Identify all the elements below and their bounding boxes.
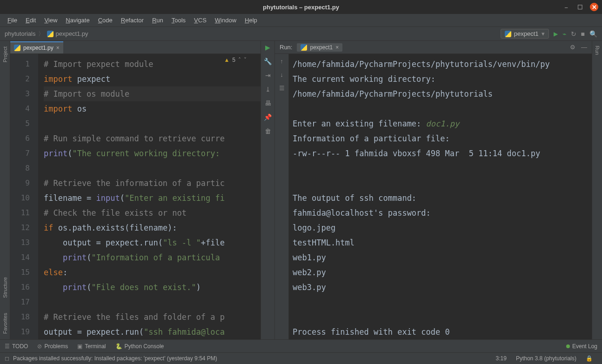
terminal-label: Terminal	[85, 343, 106, 350]
editor: pexpect1.py × 12345678910111213141516171…	[10, 41, 261, 339]
debug-button[interactable]: ⌁	[562, 30, 566, 38]
down-stack-icon[interactable]: ↓	[280, 71, 283, 78]
tool-window-todo[interactable]: ☰ TODO	[5, 343, 28, 350]
menu-help[interactable]: Help	[241, 15, 261, 26]
close-button[interactable]: ✕	[590, 3, 598, 11]
run-configuration-selector[interactable]: pexpect1 ▾	[501, 29, 549, 39]
run-tab-label: pexpect1	[310, 44, 333, 51]
tool-window-favorites[interactable]: Favorites	[2, 310, 8, 337]
print-icon[interactable]: 🖶	[265, 99, 271, 107]
warning-icon: ▲	[224, 57, 229, 63]
status-bar: ◻ Packages installed successfully: Insta…	[0, 352, 602, 364]
bottom-tool-stripe: ☰ TODO ⊘ Problems ▣ Terminal 🐍 Python Co…	[0, 339, 602, 352]
warning-count: 5	[232, 57, 235, 63]
menu-code[interactable]: Code	[94, 15, 116, 26]
run-side-toolbar: ▶ 🔧 ⇥ ⤓ 🖶 📌 🗑	[261, 41, 274, 339]
run-with-coverage-button[interactable]: ↻	[571, 30, 576, 38]
inspection-up-icon[interactable]: ˄	[238, 57, 241, 63]
python-icon	[301, 44, 307, 51]
chevron-down-icon: ▾	[542, 30, 545, 37]
run-config-label: pexpect1	[514, 30, 539, 37]
event-log-label: Event Log	[572, 343, 597, 350]
breadcrumb-file[interactable]: pexpect1.py	[47, 30, 88, 37]
menu-tools[interactable]: Tools	[168, 15, 189, 26]
up-stack-icon[interactable]: ↑	[280, 58, 283, 65]
tool-settings-icon[interactable]: 🔧	[264, 58, 272, 65]
clear-icon[interactable]: 🗑	[265, 127, 271, 135]
menu-vcs[interactable]: VCS	[190, 15, 210, 26]
python-file-icon	[47, 31, 54, 37]
todo-label: TODO	[12, 343, 28, 350]
tool-window-problems[interactable]: ⊘ Problems	[37, 343, 68, 350]
minimize-button[interactable]: –	[562, 3, 570, 11]
python-file-icon	[14, 45, 20, 51]
search-everywhere-button[interactable]: 🔍	[589, 30, 597, 38]
menu-refactor[interactable]: Refactor	[117, 15, 147, 26]
editor-tab-label: pexpect1.py	[23, 45, 54, 51]
maximize-button[interactable]: ☐	[576, 3, 584, 11]
stop-button[interactable]: ■	[581, 30, 585, 38]
python-console-label: Python Console	[125, 343, 164, 350]
filter-icon[interactable]: ☰	[279, 85, 285, 92]
tool-window-event-log[interactable]: Event Log	[566, 343, 597, 350]
main-menu: File Edit View Navigate Code Refactor Ru…	[0, 14, 602, 27]
tool-window-run-right[interactable]: Run	[595, 44, 600, 57]
run-tab[interactable]: pexpect1 ×	[297, 43, 342, 52]
close-tab-icon[interactable]: ×	[56, 45, 60, 51]
main-area: Project Structure Favorites pexpect1.py …	[0, 41, 602, 339]
breadcrumb-file-label: pexpect1.py	[55, 30, 88, 37]
left-tool-stripe: Project Structure Favorites	[0, 41, 10, 339]
breadcrumb-project[interactable]: phytutorials	[5, 30, 35, 37]
breadcrumb: phytutorials 〉 pexpect1.py	[5, 30, 88, 38]
editor-tabs: pexpect1.py ×	[10, 41, 261, 54]
navigation-bar: phytutorials 〉 pexpect1.py pexpect1 ▾ ▶ …	[0, 27, 602, 41]
tool-window-terminal[interactable]: ▣ Terminal	[77, 343, 106, 350]
todo-icon: ☰	[5, 343, 10, 350]
pin-icon[interactable]: 📌	[264, 113, 272, 121]
hide-run-icon[interactable]: —	[581, 44, 587, 51]
run-tool-window: Run: pexpect1 × ⚙ — ↑ ↓ ☰ /home/fahmida/…	[274, 41, 592, 339]
run-settings-icon[interactable]: ⚙	[570, 44, 575, 51]
inspection-widget[interactable]: ▲ 5 ˄ ˅	[224, 57, 247, 63]
scroll-to-end-icon[interactable]: ⤓	[265, 86, 271, 93]
interpreter-selector[interactable]: Python 3.8 (phytutorials)	[511, 355, 581, 362]
menu-run[interactable]: Run	[148, 15, 167, 26]
run-process-toolbar: ↑ ↓ ☰	[275, 54, 289, 339]
python-console-icon: 🐍	[115, 343, 122, 350]
menu-navigate[interactable]: Navigate	[62, 15, 93, 26]
editor-tab-active[interactable]: pexpect1.py ×	[10, 41, 63, 53]
problems-icon: ⊘	[37, 343, 42, 350]
console-output[interactable]: /home/fahmida/PycharmProjects/phytutoria…	[289, 54, 592, 339]
window-titlebar: phytutorials – pexpect1.py – ☐ ✕	[0, 0, 602, 14]
inspection-down-icon[interactable]: ˅	[244, 57, 247, 63]
tool-windows-toggle-icon[interactable]: ◻	[5, 355, 9, 362]
breadcrumb-separator-icon: 〉	[38, 30, 44, 38]
status-message: Packages installed successfully: Install…	[13, 355, 217, 362]
tool-window-python-console[interactable]: 🐍 Python Console	[115, 343, 164, 350]
cursor-position[interactable]: 3:19	[491, 355, 511, 362]
rerun-button[interactable]: ▶	[265, 44, 270, 51]
code-area[interactable]: # Import pexpect moduleimport pexpect# I…	[38, 54, 261, 339]
line-number-gutter[interactable]: 12345678910111213141516171819	[10, 54, 38, 339]
run-button[interactable]: ▶	[554, 31, 558, 37]
problems-label: Problems	[44, 343, 68, 350]
event-log-indicator-icon	[566, 344, 570, 348]
menu-window[interactable]: Window	[211, 15, 240, 26]
tool-window-structure[interactable]: Structure	[2, 274, 8, 301]
window-title: phytutorials – pexpect1.py	[263, 4, 339, 11]
terminal-icon: ▣	[77, 343, 82, 350]
tool-window-project[interactable]: Project	[2, 44, 8, 65]
run-label: Run:	[280, 44, 292, 51]
right-tool-stripe: Run	[592, 41, 602, 339]
lock-icon[interactable]: 🔒	[581, 355, 597, 362]
close-run-tab-icon[interactable]: ×	[335, 44, 339, 51]
menu-file[interactable]: File	[4, 15, 21, 26]
menu-edit[interactable]: Edit	[22, 15, 40, 26]
soft-wrap-icon[interactable]: ⇥	[265, 72, 271, 79]
menu-view[interactable]: View	[40, 15, 61, 26]
python-icon	[505, 31, 511, 37]
